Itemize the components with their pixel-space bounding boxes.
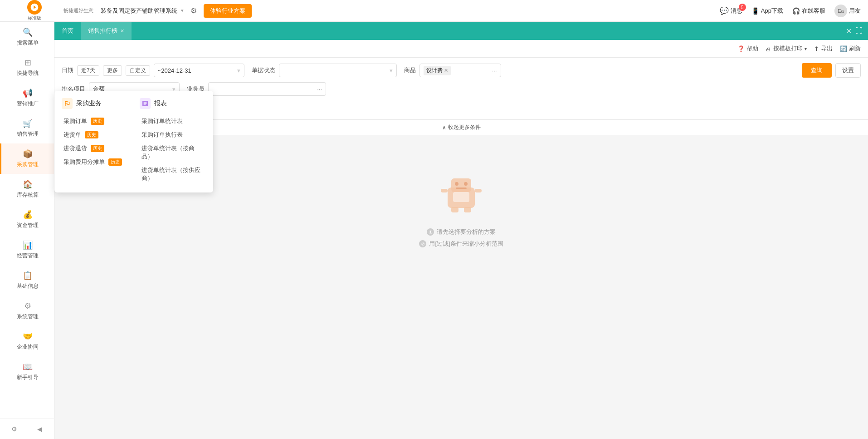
- sidebar-label-basic-info: 基础信息: [17, 282, 39, 290]
- operation-icon: 📊: [23, 240, 33, 250]
- svg-rect-6: [475, 189, 482, 192]
- report-section-icon: [140, 98, 151, 109]
- sales-icon: 🛒: [23, 118, 33, 128]
- goods-tag-close[interactable]: ✕: [444, 68, 448, 74]
- sidebar-item-quick-nav[interactable]: ⊞ 快捷导航: [0, 52, 54, 83]
- empty-hint-2: ② 用[过滤]条件来缩小分析范围: [419, 240, 503, 248]
- action-buttons: 查询 设置: [802, 63, 861, 78]
- menu-item-purchase-order[interactable]: 采购订单 历史: [62, 114, 128, 128]
- date-input[interactable]: ~2024-12-31 ▾: [154, 64, 244, 77]
- tab-bar: 首页 销售排行榜 ✕ ✕ ⛶: [54, 22, 868, 40]
- enterprise-icon: 🤝: [23, 331, 33, 341]
- svg-rect-7: [451, 207, 458, 212]
- svg-rect-1: [451, 178, 471, 192]
- purchase-dropdown-menu: 采购业务 采购订单 历史 进货单 历史 进货退货 历史 采购费用分摊单 历史: [54, 91, 213, 192]
- empty-illustration: [434, 172, 488, 217]
- sidebar-item-inventory[interactable]: 🏠 库存核算: [0, 174, 54, 204]
- sidebar-collapse-btn[interactable]: ◀: [29, 423, 51, 435]
- menu-item-purchase-order-stat[interactable]: 采购订单统计表: [140, 114, 206, 128]
- menu-item-stock-in-stat-supplier[interactable]: 进货单统计表（按供应商）: [140, 163, 206, 185]
- message-action[interactable]: 💬 消息 5: [720, 6, 742, 15]
- title-dropdown[interactable]: ▾: [181, 8, 184, 14]
- tab-close-icon[interactable]: ✕: [120, 28, 124, 34]
- sidebar-item-system[interactable]: ⚙ 系统管理: [0, 296, 54, 326]
- system-settings-icon[interactable]: ⚙: [187, 5, 200, 17]
- sidebar-item-search[interactable]: 🔍 搜索菜单: [0, 22, 54, 52]
- export-action[interactable]: ⬆ 导出: [814, 44, 833, 53]
- sidebar-item-newbie[interactable]: 📖 新手引导: [0, 356, 54, 387]
- help-icon: ❓: [737, 45, 745, 52]
- purchase-expense-history-tag: 历史: [108, 158, 122, 166]
- print-label: 按模板打印: [773, 44, 803, 53]
- refresh-action[interactable]: 🔄 刷新: [840, 44, 861, 53]
- sidebar-item-operation[interactable]: 📊 经营管理: [0, 235, 54, 265]
- avatar: Ea: [834, 5, 847, 17]
- export-label: 导出: [821, 44, 833, 53]
- help-action[interactable]: ❓ 帮助: [737, 44, 758, 53]
- menu-item-stock-return[interactable]: 进货退货 历史: [62, 142, 128, 155]
- menu-item-purchase-order-exec[interactable]: 采购订单执行表: [140, 128, 206, 142]
- sidebar-label-capital: 资金管理: [17, 222, 39, 229]
- salesperson-input[interactable]: ···: [208, 82, 326, 96]
- tab-expand-icon[interactable]: ⛶: [855, 27, 863, 35]
- goods-tag: 设计费 ✕: [424, 66, 451, 75]
- basic-info-icon: 📋: [23, 271, 33, 281]
- logo-icon: [27, 0, 42, 15]
- sidebar-item-basic-info[interactable]: 📋 基础信息: [0, 265, 54, 296]
- online-service-action[interactable]: 🎧 在线客服: [792, 7, 825, 15]
- system-title: 装备及固定资产辅助管理系统: [101, 7, 177, 15]
- report-section-label: 报表: [154, 99, 167, 108]
- capital-icon: 💰: [23, 210, 33, 220]
- sidebar-item-marketing[interactable]: 📢 营销推广: [0, 83, 54, 113]
- page-toolbar: ❓ 帮助 🖨 按模板打印 ▾ ⬆ 导出 🔄 刷新: [54, 40, 868, 58]
- query-button[interactable]: 查询: [802, 63, 832, 78]
- empty-num-1: ①: [427, 228, 434, 236]
- sidebar-settings-btn[interactable]: ⚙: [4, 423, 25, 435]
- doc-status-input[interactable]: ▾: [279, 64, 397, 77]
- online-service-label: 在线客服: [802, 7, 825, 15]
- sidebar-item-sales[interactable]: 🛒 销售管理: [0, 113, 54, 143]
- menu-item-purchase-expense[interactable]: 采购费用分摊单 历史: [62, 155, 128, 169]
- app-download-label: App下载: [761, 7, 783, 15]
- tab-sales-rank[interactable]: 销售排行榜 ✕: [81, 22, 132, 40]
- menu-item-stock-in-stat-goods-label: 进货单统计表（按商品）: [141, 144, 205, 161]
- time-more-btn[interactable]: 更多: [103, 65, 122, 76]
- sidebar-label-system: 系统管理: [17, 313, 39, 321]
- goods-dots[interactable]: ···: [492, 67, 497, 74]
- filter-date: 日期 近7天 更多 自定义 ~2024-12-31 ▾: [62, 64, 244, 77]
- salesperson-dots[interactable]: ···: [317, 86, 322, 93]
- user-action[interactable]: Ea 用友: [834, 5, 861, 17]
- message-badge: 5: [739, 4, 746, 11]
- empty-text-1: 请先选择要分析的方案: [437, 228, 496, 236]
- setting-button[interactable]: 设置: [835, 63, 861, 78]
- menu-item-stock-in-stat-goods[interactable]: 进货单统计表（按商品）: [140, 142, 206, 163]
- goods-input[interactable]: 设计费 ✕ ···: [419, 64, 501, 77]
- time-custom-btn[interactable]: 自定义: [126, 65, 150, 76]
- tab-close-window-icon[interactable]: ✕: [846, 27, 852, 35]
- print-action[interactable]: 🖨 按模板打印 ▾: [766, 44, 807, 53]
- sidebar-item-purchase[interactable]: 📦 采购管理: [0, 143, 54, 174]
- filter-goods: 商品 设计费 ✕ ···: [404, 64, 501, 77]
- search-icon: 🔍: [23, 27, 33, 37]
- sidebar-item-capital[interactable]: 💰 资金管理: [0, 204, 54, 235]
- collapse-label: 收起更多条件: [448, 123, 481, 131]
- menu-item-stock-return-label: 进货退货: [63, 144, 87, 153]
- sidebar-label-newbie: 新手引导: [17, 374, 39, 381]
- print-dropdown-icon[interactable]: ▾: [805, 46, 807, 51]
- tab-home[interactable]: 首页: [54, 22, 81, 40]
- purchase-section-title: 采购业务: [62, 98, 128, 109]
- refresh-icon: 🔄: [840, 45, 847, 52]
- doc-status-dropdown-icon: ▾: [390, 67, 393, 74]
- menu-item-stock-in[interactable]: 进货单 历史: [62, 128, 128, 142]
- industry-btn[interactable]: 体验行业方案: [204, 4, 252, 18]
- collapse-chevron-icon: ∧: [442, 124, 446, 131]
- sidebar-item-enterprise[interactable]: 🤝 企业协同: [0, 326, 54, 356]
- time-quick-select: 近7天 更多 自定义: [77, 65, 150, 76]
- help-label: 帮助: [746, 44, 758, 53]
- time-7days-btn[interactable]: 近7天: [77, 65, 99, 76]
- menu-item-purchase-order-exec-label: 采购订单执行表: [141, 131, 183, 139]
- filter-doc-status: 单据状态 ▾: [252, 64, 397, 77]
- tab-bar-right: ✕ ⛶: [840, 27, 868, 35]
- empty-num-2: ②: [419, 240, 426, 247]
- app-download-action[interactable]: 📱 App下载: [751, 7, 783, 15]
